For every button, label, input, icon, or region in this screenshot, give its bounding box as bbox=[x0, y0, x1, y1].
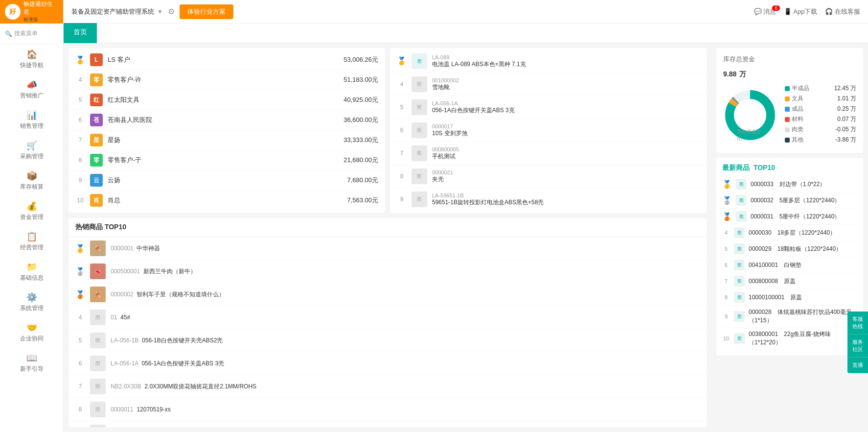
customer-name: LS 客户 bbox=[108, 55, 339, 64]
online-service-label: 在线客服 bbox=[835, 8, 860, 15]
marketing-icon: 📣 bbox=[26, 79, 37, 90]
online-service-button[interactable]: 🎧 在线客服 bbox=[825, 7, 860, 16]
product-name: 10S 变刹罗煞 bbox=[432, 129, 700, 138]
rank-number: 6 bbox=[75, 360, 85, 367]
customer-top10-card: 🥇 L LS 客户 53,006.26元 4 零 零售客户-许 51,183.0… bbox=[69, 48, 385, 213]
sold-product-item: 8 图 0000021 夹壳 bbox=[390, 165, 707, 188]
rank-number: 7 bbox=[722, 278, 730, 284]
customer-rank-item: 7 星 星扬 33,333.00元 bbox=[69, 130, 385, 150]
product-code: 0000017 bbox=[432, 123, 700, 129]
new-product-image: 图 bbox=[734, 243, 745, 254]
app-download-button[interactable]: 📱 App下载 bbox=[784, 7, 817, 16]
product-code: LA-089 bbox=[432, 54, 700, 60]
product-code: 000800005 bbox=[432, 146, 700, 152]
right-panel: 库存总资金 9.88 万 bbox=[711, 43, 868, 432]
sidebar-item-finance[interactable]: 💰 资金管理 bbox=[0, 196, 63, 226]
rank-number: 8 bbox=[75, 157, 85, 164]
customer-top10-panel: 🥇 L LS 客户 53,006.26元 4 零 零售客户-许 51,183.0… bbox=[69, 48, 385, 213]
sidebar-item-system[interactable]: ⚙️ 系统管理 bbox=[0, 287, 63, 317]
product-code: LA-056-1B bbox=[111, 337, 138, 344]
product-name: 056-1B白色按键开关壳ABS2壳 bbox=[142, 337, 223, 344]
sales-icon: 📊 bbox=[26, 110, 37, 120]
sidebar-item-inventory[interactable]: 📦 库存核算 bbox=[0, 166, 63, 196]
product-name: 雪地靴 bbox=[432, 83, 700, 92]
chart-legend: 半成品 12.45 万 文具 1.01 万 成品 0.25 万 材料 bbox=[785, 84, 856, 146]
sidebar-item-basics[interactable]: 📁 基础信息 bbox=[0, 257, 63, 287]
new-product-image: 图 bbox=[734, 276, 745, 287]
search-menu-button[interactable]: 🔍 搜索菜单 bbox=[5, 27, 58, 40]
legend-value: 12.45 万 bbox=[834, 84, 856, 93]
float-btn-community[interactable]: 服务社区 bbox=[847, 335, 868, 358]
search-menu-label: 搜索菜单 bbox=[14, 29, 38, 38]
float-btn-live[interactable]: 直播 bbox=[847, 358, 868, 373]
legend-label: 文具 bbox=[792, 95, 803, 103]
legend-label: 肉类 bbox=[792, 125, 803, 134]
inventory-icon: 📦 bbox=[26, 170, 37, 181]
sidebar-item-quicknav[interactable]: 🏠 快捷导航 bbox=[0, 44, 63, 74]
new-product-image: 图 bbox=[734, 333, 745, 344]
hot-product-item: 5 图 LA-056-1B 056-1B白色按键开关壳ABS2壳 bbox=[69, 329, 707, 352]
legend-item: 其他 -3.86 万 bbox=[785, 136, 856, 144]
product-details: 01 45# bbox=[111, 314, 700, 321]
legend-item: 文具 1.01 万 bbox=[785, 95, 856, 103]
collab-label: 企业协同 bbox=[20, 335, 44, 343]
sidebar-search-section[interactable]: 🔍 搜索菜单 bbox=[0, 24, 63, 44]
product-details: 0000021 夹壳 bbox=[432, 169, 700, 184]
sidebar-item-sales[interactable]: 📊 销售管理 bbox=[0, 105, 63, 135]
operations-icon: 📋 bbox=[26, 231, 37, 242]
customer-name: 肖总 bbox=[108, 196, 342, 205]
new-product-item: 10 图 003800001 22g鱼豆腐-烧烤味（1*12*20） bbox=[722, 328, 857, 350]
trial-button[interactable]: 体验行业方案 bbox=[180, 4, 233, 19]
product-details: 0000002 智利车子里（规格不知道填什么） bbox=[111, 290, 700, 299]
sidebar-item-guide[interactable]: 📖 新手引导 bbox=[0, 348, 63, 378]
rank-number: 4 bbox=[75, 76, 85, 83]
customer-avatar: 零 bbox=[90, 154, 103, 167]
customer-rank-item: 4 零 零售客户-许 51,183.00元 bbox=[69, 70, 385, 90]
product-details: 0000017 10S 变刹罗煞 bbox=[432, 123, 700, 138]
hot-product-item: 🥉 🍖 0000002 智利车子里（规格不知道填什么） bbox=[69, 283, 707, 306]
customer-rank-item: 🥇 L LS 客户 53,006.26元 bbox=[69, 50, 385, 70]
rank-number: 9 bbox=[75, 177, 85, 184]
customer-value: 51,183.00元 bbox=[343, 75, 378, 84]
sidebar-logo: 好 畅捷通好生意 标准版 bbox=[0, 0, 63, 24]
hot-products-panel: 热销商品 TOP10 🥇 🍖 0000001 中华神器 🥈 🥩 bbox=[69, 218, 707, 427]
rank-number: 8 bbox=[75, 406, 85, 413]
tab-home[interactable]: 首页 bbox=[64, 23, 97, 43]
left-area: 🥇 L LS 客户 53,006.26元 4 零 零售客户-许 51,183.0… bbox=[64, 43, 711, 432]
sidebar-item-collab[interactable]: 🤝 企业协同 bbox=[0, 317, 63, 348]
new-product-item: 🥈 图 0000032 5厘多层（1220*2440） bbox=[722, 192, 857, 209]
product-name: 056-1A白色按键开关盖ABS 3壳 bbox=[141, 360, 224, 367]
gear-icon[interactable]: ⚙ bbox=[168, 7, 175, 16]
product-name: 新西兰牛肉（新牛） bbox=[143, 268, 196, 275]
product-image: 图 bbox=[411, 192, 427, 207]
product-image: 图 bbox=[90, 425, 106, 427]
sidebar-item-purchase[interactable]: 🛒 采购管理 bbox=[0, 135, 63, 166]
float-btn-service[interactable]: 客服热线 bbox=[847, 312, 868, 335]
rank-number: 10 bbox=[722, 336, 730, 341]
customer-name: 星扬 bbox=[108, 136, 339, 144]
sidebar-item-marketing[interactable]: 📣 营销推广 bbox=[0, 74, 63, 105]
product-code: 01 bbox=[111, 314, 117, 321]
new-product-item: 8 图 10000100001 原盖 bbox=[722, 289, 857, 306]
product-code: 0000011 bbox=[111, 406, 134, 413]
inventory-unit: 万 bbox=[739, 70, 746, 78]
new-product-image: 图 bbox=[736, 211, 747, 222]
system-selector[interactable]: 装备及固定资产辅助管理系统 ▼ bbox=[71, 7, 163, 16]
customer-avatar: 云 bbox=[90, 174, 103, 187]
message-button[interactable]: 💬 消息 6 bbox=[754, 7, 777, 16]
customer-value: 21,680.00元 bbox=[343, 156, 378, 165]
product-name: 手机测试 bbox=[432, 152, 700, 161]
sold-top10-card: 🥇 图 LA-089 电池盖 LA-089 ABS本色+黑种 7.1克 4 图 bbox=[390, 48, 707, 213]
new-product-item: 🥇 图 0000033 封边带（1.0*22） bbox=[722, 176, 857, 192]
hot-product-item: 9 图 KK-SD22110H 花语萌恒温分腿睡袋（厚款） bbox=[69, 421, 707, 427]
hot-product-item: 🥈 🥩 000500001 新西兰牛肉（新牛） bbox=[69, 260, 707, 283]
new-product-info: 003800001 22g鱼豆腐-烧烤味（1*12*20） bbox=[749, 330, 857, 347]
product-details: 0000011 12070519-xs bbox=[111, 406, 700, 413]
product-image: 🥩 bbox=[90, 264, 106, 279]
bronze-medal-icon: 🥉 bbox=[75, 290, 85, 299]
hot-product-item: 6 图 LA-056-1A 056-1A白色按键开关盖ABS 3壳 bbox=[69, 352, 707, 375]
new-product-info: 0000029 18颗粒板（1220*2440） bbox=[749, 245, 857, 253]
sidebar-item-operations[interactable]: 📋 经营管理 bbox=[0, 226, 63, 257]
rank-number: 5 bbox=[75, 337, 85, 344]
customer-value: 7,563.00元 bbox=[347, 196, 378, 205]
